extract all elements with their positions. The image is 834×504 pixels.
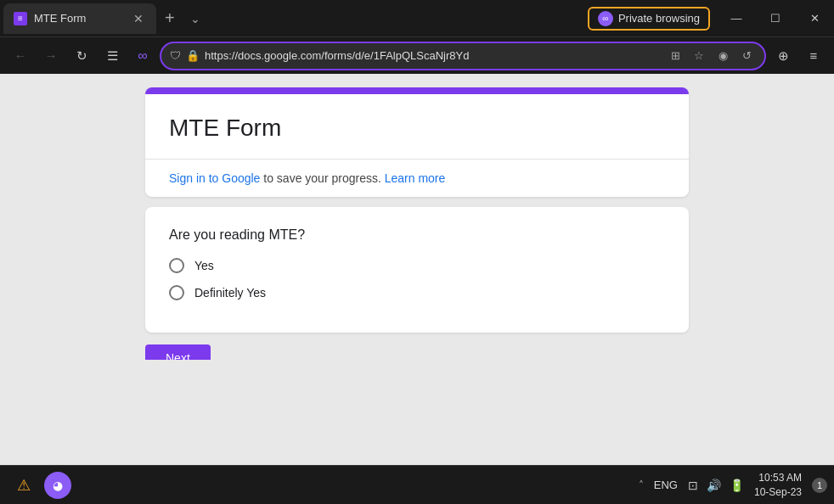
taskbar-avatar-button[interactable]: ◕ <box>41 468 75 502</box>
titlebar: ≡ MTE Form ✕ + ⌄ ∞ Private browsing — ☐ … <box>0 0 834 36</box>
private-browsing-label: Private browsing <box>618 12 700 25</box>
navbar-right: ⊕ ≡ <box>769 42 827 70</box>
webpage-content: MTE Form Sign in to Google to save your … <box>0 74 834 465</box>
taskbar-language: ENG <box>654 479 678 491</box>
radio-label-yes: Yes <box>194 259 214 272</box>
feedback-icon: ⚠ <box>17 476 31 495</box>
tab-title: MTE Form <box>34 12 124 25</box>
taskbar-chevron-icon[interactable]: ˄ <box>639 479 644 491</box>
taskbar-date-value: 10-Sep-23 <box>754 485 802 500</box>
address-bar[interactable]: 🛡 🔒 ⊞ ☆ ◉ ↺ <box>160 42 766 70</box>
battery-icon: 🔋 <box>730 479 744 492</box>
navbar: ← → ↻ ☰ ∞ 🛡 🔒 ⊞ ☆ ◉ ↺ ⊕ ≡ <box>0 36 834 74</box>
menu-button[interactable]: ≡ <box>800 42 827 70</box>
form-question-card: Are you reading MTE? Yes Definitely Yes <box>145 207 689 333</box>
lock-icon: 🔒 <box>186 49 200 62</box>
form-signin-text: Sign in to Google to save your progress.… <box>169 171 665 185</box>
titlebar-controls: — ☐ ✕ <box>717 0 834 36</box>
sign-in-link[interactable]: Sign in to Google <box>169 171 260 185</box>
next-button[interactable]: Next <box>145 344 211 360</box>
minimize-button[interactable]: — <box>717 0 756 36</box>
security-icon: 🛡 <box>170 49 181 62</box>
profile-icon[interactable]: ◉ <box>713 47 732 65</box>
network-icon: ⊡ <box>688 479 698 492</box>
back-button[interactable]: ← <box>7 42 34 70</box>
private-browsing-icon: ∞ <box>598 11 613 26</box>
taskbar-app-icon[interactable]: ⚠ <box>7 468 41 502</box>
address-right-icons: ⊞ ☆ ◉ ↺ <box>666 47 756 65</box>
bookmark-icon[interactable]: ☆ <box>690 47 708 65</box>
learn-more-link[interactable]: Learn more <box>385 171 446 185</box>
forward-button[interactable]: → <box>37 42 65 70</box>
tab-area: ≡ MTE Form ✕ + ⌄ <box>0 0 588 36</box>
url-input[interactable] <box>205 49 661 62</box>
taskbar: ⚠ ◕ ˄ ENG ⊡ 🔊 🔋 10:53 AM 10-Sep-23 1 <box>0 465 834 504</box>
taskbar-right: ˄ ENG ⊡ 🔊 🔋 10:53 AM 10-Sep-23 1 <box>639 471 827 500</box>
extensions-button[interactable]: ⊕ <box>769 42 797 70</box>
radio-label-definitely-yes: Definitely Yes <box>194 286 266 300</box>
taskbar-clock: 10:53 AM 10-Sep-23 <box>754 471 802 500</box>
form-header-card: MTE Form Sign in to Google to save your … <box>145 87 689 197</box>
radio-circle-yes[interactable] <box>169 258 184 273</box>
active-tab[interactable]: ≡ MTE Form ✕ <box>3 3 156 34</box>
tab-dropdown-button[interactable]: ⌄ <box>183 12 207 25</box>
taskbar-avatar: ◕ <box>44 472 71 499</box>
translate-icon[interactable]: ⊞ <box>666 47 685 65</box>
taskbar-system-icons: ⊡ 🔊 🔋 <box>688 479 744 492</box>
sync-icon[interactable]: ↺ <box>737 47 756 65</box>
maximize-button[interactable]: ☐ <box>756 0 795 36</box>
form-signin-section: Sign in to Google to save your progress.… <box>145 159 689 197</box>
private-mode-button[interactable]: ∞ <box>129 42 156 70</box>
private-browsing-badge: ∞ Private browsing <box>588 7 710 31</box>
radio-option-definitely-yes[interactable]: Definitely Yes <box>169 285 665 300</box>
taskbar-time-value: 10:53 AM <box>754 471 802 485</box>
form-bottom-area: Next <box>145 343 689 360</box>
reload-button[interactable]: ↻ <box>68 42 95 70</box>
radio-circle-definitely-yes[interactable] <box>169 285 184 300</box>
question-text: Are you reading MTE? <box>169 227 665 243</box>
close-button[interactable]: ✕ <box>795 0 834 36</box>
form-header: MTE Form <box>145 87 689 159</box>
radio-option-yes[interactable]: Yes <box>169 258 665 273</box>
new-tab-button[interactable]: + <box>156 8 183 28</box>
reading-list-button[interactable]: ☰ <box>99 42 126 70</box>
taskbar-notification-badge[interactable]: 1 <box>812 478 827 493</box>
form-title: MTE Form <box>169 115 665 142</box>
tab-favicon: ≡ <box>14 12 27 25</box>
volume-icon: 🔊 <box>707 479 721 492</box>
tab-close-button[interactable]: ✕ <box>131 11 146 26</box>
